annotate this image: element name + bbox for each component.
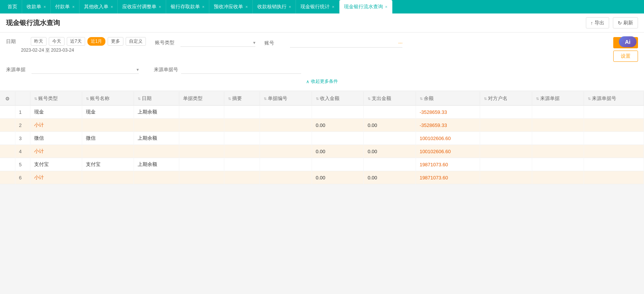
account-type-filter: 账号类型 ▾ (155, 39, 255, 47)
column-summary[interactable]: ⇅摘要 (224, 92, 260, 106)
column-source-doc-no[interactable]: ⇅来源单据号 (584, 92, 644, 106)
data-table: ⚙ ⇅账号类型 ⇅账号名称 ⇅日期 单据类型 ⇅摘要 ⇅单据编号 ⇅收入金额 ⇅… (0, 92, 644, 184)
close-bank-flow-icon[interactable]: × (385, 4, 387, 9)
export-icon: ↑ (591, 20, 593, 26)
account-type-input[interactable] (180, 39, 253, 46)
export-button[interactable]: ↑ 导出 (586, 17, 609, 28)
account-no-input[interactable] (290, 39, 395, 46)
column-account-type[interactable]: ⇅账号类型 (30, 92, 82, 106)
nav-receipt[interactable]: 收款单 × (22, 0, 51, 13)
nav-home[interactable]: 首页 (3, 0, 22, 13)
column-account-name[interactable]: ⇅账号名称 (82, 92, 134, 106)
date-range-display: 2023-02-24 至 2023-03-24 (21, 48, 74, 53)
table-row[interactable]: 6小计0.000.0019871073.60 (0, 171, 644, 184)
source-doc-no-wrapper[interactable] (181, 66, 301, 74)
filter-area: 日期 昨天 今天 近7天 近1月 更多 自定义 2023-02-24 至 202… (0, 33, 644, 91)
column-source-doc[interactable]: ⇅来源单据 (532, 92, 584, 106)
account-no-label: 账号 (264, 40, 287, 46)
table-row[interactable]: 1现金现金上期余额-3528659.33 (0, 106, 644, 119)
nav-advance-offset[interactable]: 预收冲应收单 × (209, 0, 252, 13)
close-receipt-exec-icon[interactable]: × (289, 4, 291, 9)
table-header-row: ⚙ ⇅账号类型 ⇅账号名称 ⇅日期 单据类型 ⇅摘要 ⇅单据编号 ⇅收入金额 ⇅… (0, 92, 644, 106)
close-payment-icon[interactable]: × (72, 4, 74, 9)
account-no-dots-icon[interactable]: ··· (398, 40, 403, 46)
refresh-icon: ↻ (618, 20, 622, 26)
close-advance-offset-icon[interactable]: × (245, 4, 248, 9)
column-income[interactable]: ⇅收入金额 (312, 92, 363, 106)
source-doc-filter: 来源单据 ▾ (6, 66, 139, 74)
account-type-chevron-icon[interactable]: ▾ (253, 40, 255, 45)
account-no-filter: 账号 ··· (264, 39, 402, 48)
account-no-wrapper: ··· (290, 39, 402, 48)
nav-bank-deposit[interactable]: 银行存取款单 × (166, 0, 209, 13)
ai-badge[interactable]: Ai (619, 36, 636, 47)
date-btn-1month[interactable]: 近1月 (87, 37, 106, 46)
source-doc-label: 来源单据 (6, 66, 29, 73)
column-doc-no[interactable]: ⇅单据编号 (260, 92, 312, 106)
account-type-label: 账号类型 (155, 39, 177, 46)
page-title: 现金银行流水查询 (6, 18, 60, 27)
nav-other-income[interactable]: 其他收入单 × (80, 0, 118, 13)
nav-bank-stats[interactable]: 现金银行统计 × (296, 0, 339, 13)
nav-ar-ap-adjust[interactable]: 应收应付调整单 × (118, 0, 166, 13)
close-bank-stats-icon[interactable]: × (332, 4, 334, 9)
table-body: 1现金现金上期余额-3528659.332小计0.000.00-3528659.… (0, 106, 644, 184)
account-type-select-wrapper[interactable]: ▾ (180, 39, 255, 47)
source-doc-no-input[interactable] (181, 66, 301, 73)
source-doc-select-wrapper[interactable]: ▾ (32, 66, 139, 74)
nav-receipt-exec[interactable]: 收款核销执行 × (253, 0, 296, 13)
column-gear[interactable]: ⚙ (0, 92, 15, 106)
nav-bank-flow[interactable]: 现金银行流水查询 × (339, 0, 392, 13)
top-navigation: 首页 收款单 × 付款单 × 其他收入单 × 应收应付调整单 × 银行存取款单 … (0, 0, 644, 13)
header-actions: ↑ 导出 ↻ 刷新 (586, 17, 638, 28)
page-header: 现金银行流水查询 ↑ 导出 ↻ 刷新 (0, 13, 644, 33)
column-counterparty[interactable]: ⇅对方户名 (480, 92, 532, 106)
date-filter-section: 日期 昨天 今天 近7天 近1月 更多 自定义 2023-02-24 至 202… (6, 37, 146, 54)
date-options: 昨天 今天 近7天 近1月 更多 自定义 (31, 37, 146, 46)
close-other-income-icon[interactable]: × (111, 4, 113, 9)
source-doc-row: 来源单据 ▾ 来源单据号 (6, 66, 638, 74)
source-doc-no-filter: 来源单据号 (154, 66, 301, 74)
column-expense[interactable]: ⇅支出金额 (364, 92, 416, 106)
settings-button[interactable]: 设置 (613, 51, 638, 62)
column-date[interactable]: ⇅日期 (134, 92, 179, 106)
date-btn-today[interactable]: 今天 (49, 37, 65, 46)
source-doc-no-label: 来源单据号 (154, 66, 178, 73)
source-doc-chevron-icon[interactable]: ▾ (137, 67, 139, 72)
table-row[interactable]: 2小计0.000.00-3528659.33 (0, 119, 644, 132)
date-filter-label: 日期 (6, 38, 29, 45)
refresh-button[interactable]: ↻ 刷新 (613, 17, 638, 28)
source-doc-input[interactable] (32, 66, 137, 73)
date-btn-custom[interactable]: 自定义 (126, 37, 146, 46)
table-row[interactable]: 4小计0.000.00100102606.60 (0, 145, 644, 158)
close-ar-ap-adjust-icon[interactable]: × (159, 4, 161, 9)
collapse-arrow-icon: ∧ (306, 79, 309, 84)
collapse-button[interactable]: ∧ 收起更多条件 (6, 77, 638, 86)
date-btn-7days[interactable]: 近7天 (67, 37, 85, 46)
date-btn-more[interactable]: 更多 (108, 37, 123, 46)
close-bank-deposit-icon[interactable]: × (202, 4, 204, 9)
column-doc-type[interactable]: 单据类型 (179, 92, 224, 106)
date-btn-yesterday[interactable]: 昨天 (31, 37, 47, 46)
close-receipt-icon[interactable]: × (44, 4, 46, 9)
column-balance[interactable]: ⇅余额 (416, 92, 480, 106)
data-table-container: ⚙ ⇅账号类型 ⇅账号名称 ⇅日期 单据类型 ⇅摘要 ⇅单据编号 ⇅收入金额 ⇅… (0, 92, 644, 184)
table-row[interactable]: 3微信微信上期余额100102606.60 (0, 132, 644, 145)
column-index (15, 92, 30, 106)
table-row[interactable]: 5支付宝支付宝上期余额19871073.60 (0, 158, 644, 171)
nav-payment[interactable]: 付款单 × (51, 0, 79, 13)
